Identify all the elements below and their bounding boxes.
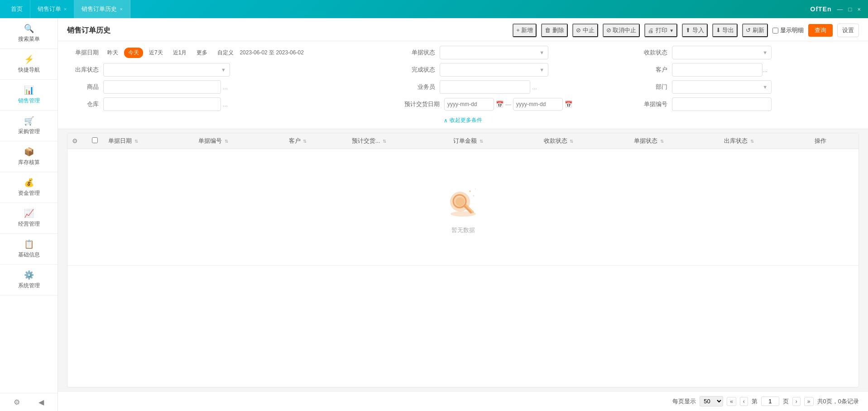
tab-close-sales-history[interactable]: × xyxy=(120,6,122,12)
sidebar-bottom: ⚙ ◀ xyxy=(0,393,58,411)
sort-date-icon[interactable]: ⇅ xyxy=(134,139,138,144)
page-label-pre: 第 xyxy=(752,397,758,406)
payment-status-select[interactable]: ▼ xyxy=(672,46,772,59)
customer-dots[interactable]: ... xyxy=(762,67,767,73)
refresh-button[interactable]: ↺ 刷新 xyxy=(742,24,768,37)
sidebar-item-basic-info[interactable]: 📋 基础信息 xyxy=(0,234,58,265)
filter-row-3: 商品 ... 业务员 ... 部门 ▼ xyxy=(67,80,859,94)
sidebar-item-system[interactable]: ⚙️ 系统管理 xyxy=(0,265,58,295)
sidebar-item-inventory[interactable]: 📦 库存核算 xyxy=(0,141,58,172)
product-label: 商品 xyxy=(67,83,103,91)
cancel-stop-button[interactable]: ⊘ 取消中止 xyxy=(603,24,640,37)
delivery-date-from-input[interactable] xyxy=(444,98,494,111)
table-col-bill-status: 单据状态 ⇅ xyxy=(629,133,719,149)
filter-cell-customer: 客户 ... xyxy=(627,63,859,77)
search-menu-icon: 🔍 xyxy=(24,24,34,34)
sidebar-item-finance[interactable]: 💰 资金管理 xyxy=(0,172,58,203)
table-header-row: ⚙ 单据日期 ⇅ 单据编号 ⇅ xyxy=(67,133,858,149)
calendar-to-icon[interactable]: 📅 xyxy=(565,101,572,108)
stop-button[interactable]: ⊘ 中止 xyxy=(572,24,598,37)
tab-sales-history[interactable]: 销售订单历史 × xyxy=(74,0,130,18)
data-table: ⚙ 单据日期 ⇅ 单据编号 ⇅ xyxy=(67,133,858,266)
customer-input[interactable] xyxy=(672,63,762,77)
last-page-btn[interactable]: » xyxy=(804,397,814,406)
date-btn-today[interactable]: 今天 xyxy=(124,48,143,58)
top-bar: 首页 销售订单 × 销售订单历史 × OfTEn — □ × xyxy=(0,0,868,18)
sidebar-item-purchase-mgmt[interactable]: 🛒 采购管理 xyxy=(0,111,58,141)
tab-home[interactable]: 首页 xyxy=(4,0,30,18)
sidebar-item-search-menu[interactable]: 🔍 搜索菜单 xyxy=(0,18,58,49)
svg-point-3 xyxy=(456,197,465,206)
settings-button[interactable]: 设置 xyxy=(837,24,859,37)
show-detail-label[interactable]: 显示明细 xyxy=(772,26,804,34)
maximize-btn[interactable]: □ xyxy=(849,6,852,13)
new-button[interactable]: + 新增 xyxy=(513,24,537,37)
content-area: 销售订单历史 + 新增 🗑 删除 ⊘ 中止 ⊘ 取消中止 🖨 🖨 打印 打印 ▼… xyxy=(58,18,868,411)
import-button[interactable]: ⬆ 导入 xyxy=(682,24,708,37)
date-btn-more[interactable]: 更多 xyxy=(192,48,211,58)
collapse-bar[interactable]: ∧ 收起更多条件 xyxy=(67,115,859,124)
outbound-status-select[interactable]: ▼ xyxy=(103,63,230,77)
query-button[interactable]: 查询 xyxy=(808,24,833,37)
filter-cell-bill-number: 单据编号 xyxy=(627,97,859,111)
tab-close-sales-order[interactable]: × xyxy=(64,6,67,12)
bill-number-input[interactable] xyxy=(672,97,772,111)
complete-status-select[interactable]: ▼ xyxy=(440,63,548,77)
window-controls: OfTEn — □ × xyxy=(810,5,864,13)
sidebar-settings-icon[interactable]: ⚙ xyxy=(14,398,20,406)
warehouse-dots[interactable]: ... xyxy=(223,101,228,108)
bill-status-select[interactable]: ▼ xyxy=(440,46,548,59)
date-btn-yesterday[interactable]: 昨天 xyxy=(103,48,122,58)
page-size-select[interactable]: 50 10 20 100 xyxy=(700,396,723,406)
print-button[interactable]: 🖨 🖨 打印 打印 ▼ xyxy=(644,24,677,37)
complete-arrow: ▼ xyxy=(539,67,544,73)
department-select[interactable]: ▼ xyxy=(672,80,772,94)
filter-cell-department: 部门 ▼ xyxy=(627,80,859,94)
date-btn-7days[interactable]: 近7天 xyxy=(145,48,167,58)
sort-payment-icon[interactable]: ⇅ xyxy=(570,139,573,144)
department-arrow: ▼ xyxy=(762,84,767,90)
filter-cell-warehouse: 仓库 ... xyxy=(67,97,394,111)
sidebar-collapse-icon[interactable]: ◀ xyxy=(38,398,44,406)
delivery-date-to-input[interactable] xyxy=(513,98,563,111)
total-text: 共0页，0条记录 xyxy=(817,397,859,406)
brand-text: OfTEn xyxy=(810,5,832,13)
page-label-post: 页 xyxy=(783,397,789,406)
sort-customer-icon[interactable]: ⇅ xyxy=(303,139,307,144)
sort-amount-icon[interactable]: ⇅ xyxy=(480,139,483,144)
calendar-from-icon[interactable]: 📅 xyxy=(496,101,504,108)
next-page-btn[interactable]: › xyxy=(792,397,801,406)
sidebar-item-sales-mgmt[interactable]: 📊 销售管理 xyxy=(0,80,58,111)
sidebar-label-finance: 资金管理 xyxy=(18,189,40,197)
payment-status-arrow: ▼ xyxy=(762,50,767,55)
date-btn-custom[interactable]: 自定义 xyxy=(213,48,238,58)
print-icon: 🖨 xyxy=(648,27,654,34)
sidebar-item-operations[interactable]: 📈 经营管理 xyxy=(0,203,58,234)
prev-page-btn[interactable]: ‹ xyxy=(740,397,748,406)
select-all-checkbox[interactable] xyxy=(92,137,98,143)
close-btn[interactable]: × xyxy=(857,6,861,13)
date-btn-1month[interactable]: 近1月 xyxy=(169,48,191,58)
warehouse-input[interactable] xyxy=(103,97,221,111)
page-number-input[interactable] xyxy=(761,396,779,406)
sort-number-icon[interactable]: ⇅ xyxy=(225,139,228,144)
salesperson-input[interactable] xyxy=(440,80,530,94)
product-dots[interactable]: ... xyxy=(223,84,228,91)
svg-point-7 xyxy=(469,190,471,192)
sidebar-item-quick-nav[interactable]: ⚡ 快捷导航 xyxy=(0,49,58,80)
table-col-outbound-status: 出库状态 ⇅ xyxy=(719,133,810,149)
first-page-btn[interactable]: « xyxy=(727,397,736,406)
salesperson-dots[interactable]: ... xyxy=(532,84,537,91)
minimize-btn[interactable]: — xyxy=(837,6,843,13)
export-button[interactable]: ⬇ 导出 xyxy=(712,24,738,37)
sidebar-label-operations: 经营管理 xyxy=(18,220,40,228)
delete-button[interactable]: 🗑 删除 xyxy=(541,24,568,37)
sort-delivery-icon[interactable]: ⇅ xyxy=(383,139,386,144)
sort-bill-icon[interactable]: ⇅ xyxy=(660,139,664,144)
filter-row-4: 仓库 ... 预计交货日期 📅 — 📅 单据编号 xyxy=(67,97,859,111)
product-input[interactable] xyxy=(103,80,221,94)
table-settings-icon[interactable]: ⚙ xyxy=(72,137,78,145)
sort-outbound-icon[interactable]: ⇅ xyxy=(750,139,754,144)
show-detail-checkbox[interactable] xyxy=(772,28,778,34)
tab-sales-order[interactable]: 销售订单 × xyxy=(30,0,74,18)
